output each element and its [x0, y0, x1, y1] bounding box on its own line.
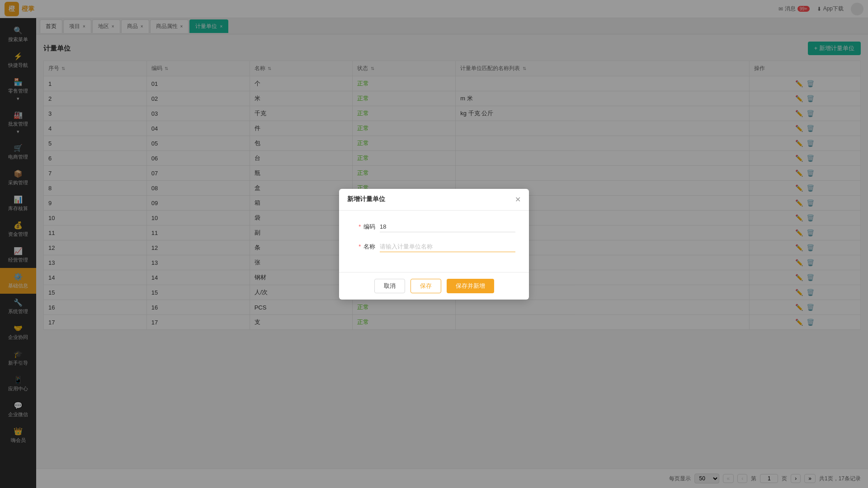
cancel-button[interactable]: 取消: [374, 279, 405, 293]
name-label: * 名称: [353, 243, 375, 251]
name-input[interactable]: [380, 241, 515, 252]
save-new-button[interactable]: 保存并新增: [447, 279, 494, 293]
modal-overlay: 新增计量单位 ✕ * 编码 * 名称 取消 保存 保存并新增: [0, 0, 868, 488]
save-button[interactable]: 保存: [410, 279, 441, 293]
code-label-text: 编码: [363, 223, 375, 230]
name-form-row: * 名称: [353, 241, 515, 252]
modal-footer: 取消 保存 保存并新增: [339, 272, 529, 300]
modal-title: 新增计量单位: [347, 195, 385, 203]
code-input[interactable]: [380, 221, 515, 232]
modal-close-button[interactable]: ✕: [515, 195, 521, 204]
code-label: * 编码: [353, 223, 375, 231]
name-label-text: 名称: [363, 243, 375, 250]
name-required-mark: *: [359, 243, 361, 250]
code-required-mark: *: [359, 223, 361, 230]
code-form-row: * 编码: [353, 221, 515, 232]
add-modal: 新增计量单位 ✕ * 编码 * 名称 取消 保存 保存并新增: [339, 189, 529, 300]
modal-header: 新增计量单位 ✕: [339, 189, 529, 211]
modal-body: * 编码 * 名称: [339, 211, 529, 272]
